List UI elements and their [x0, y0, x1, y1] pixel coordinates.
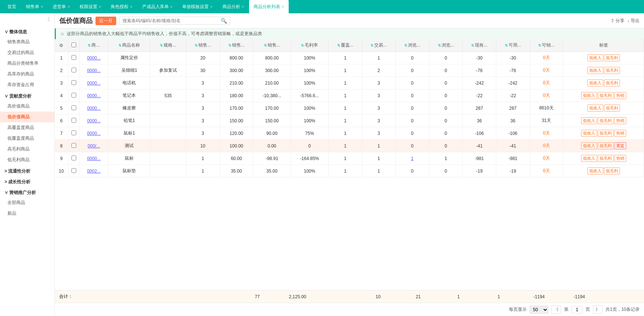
- row-stock2: -981: [496, 152, 530, 165]
- sidebar-group-liquidity[interactable]: > 流通性分析: [0, 165, 54, 176]
- row-checkbox[interactable]: [71, 168, 76, 173]
- row-checkbox[interactable]: [71, 105, 76, 110]
- row-view1[interactable]: 0: [396, 77, 429, 89]
- col-stock2-header[interactable]: ⇅可用...: [496, 39, 530, 52]
- sidebar-group-growth[interactable]: > 成长性分析: [0, 176, 54, 187]
- col-stock1-header[interactable]: ⇅现有...: [463, 39, 496, 52]
- sidebar-item-traded[interactable]: 交易过的商品: [0, 47, 54, 58]
- nav-close-sales-order[interactable]: ×: [41, 4, 43, 9]
- export-btn[interactable]: ↓ 导出: [627, 18, 640, 24]
- row-view1[interactable]: 0: [396, 140, 429, 152]
- row-checkbox[interactable]: [71, 80, 76, 85]
- nav-close-product-analysis-list[interactable]: ×: [282, 4, 284, 9]
- search-icon[interactable]: 🔍: [221, 18, 227, 24]
- sidebar-group-overall[interactable]: ∨ 整体信息: [0, 26, 54, 37]
- row-checkbox[interactable]: [71, 143, 76, 148]
- sidebar-item-stock-capital[interactable]: 库存资金占用: [0, 79, 54, 90]
- footer-empty4: [197, 294, 237, 299]
- row-checkbox[interactable]: [71, 68, 76, 72]
- row-view1[interactable]: 0: [396, 64, 429, 77]
- nav-sales-order[interactable]: 销售单 ×: [21, 0, 47, 13]
- sidebar-item-sales-category[interactable]: 销售类商品: [0, 37, 54, 47]
- nav-home[interactable]: 首页: [3, 0, 21, 13]
- sidebar-item-low-value[interactable]: 低价值商品: [0, 112, 54, 122]
- sidebar-item-high-stock[interactable]: 高库存的商品: [0, 69, 54, 79]
- row-view1[interactable]: 0: [396, 102, 429, 115]
- sidebar-item-high-margin[interactable]: 高毛利商品: [0, 144, 54, 154]
- filter-recent-month-btn[interactable]: 近一月: [95, 17, 116, 25]
- row-checkbox[interactable]: [71, 118, 76, 123]
- col-settings[interactable]: ⚙: [55, 39, 68, 52]
- nav-close-permission[interactable]: ×: [99, 4, 101, 9]
- col-stock3-header[interactable]: ⇅可销...: [530, 39, 563, 52]
- nav-product-inbound[interactable]: 产成品入库单 ×: [138, 0, 177, 13]
- product-tag: 低毛利: [598, 142, 614, 149]
- nav-close-product-inbound[interactable]: ×: [170, 4, 172, 9]
- nav-permission[interactable]: 权限设置 ×: [75, 0, 105, 13]
- prev-page-btn[interactable]: 《: [551, 305, 561, 314]
- row-checkbox[interactable]: [71, 130, 76, 135]
- row-checkbox[interactable]: [71, 93, 76, 98]
- sidebar-group-contribution[interactable]: ∨ 贡献度分析: [0, 90, 54, 101]
- col-sale3-header[interactable]: ⇅销售...: [253, 39, 291, 52]
- nav-template[interactable]: 单据模板设置 ×: [178, 0, 217, 13]
- col-sale2-header[interactable]: ⇅销售...: [219, 39, 253, 52]
- sidebar-collapse-btn[interactable]: 《: [43, 16, 52, 24]
- sidebar-item-new-products[interactable]: 新品: [0, 208, 54, 219]
- page-number-input[interactable]: [571, 306, 583, 313]
- col-name-header[interactable]: ⇅商品名称: [108, 39, 150, 52]
- row-code: 0000...: [79, 77, 108, 89]
- row-view1[interactable]: 1: [396, 152, 429, 165]
- col-cover-header[interactable]: ⇅覆盖...: [328, 39, 362, 52]
- row-sale3: 0.00: [253, 140, 291, 152]
- sidebar-item-high-coverage[interactable]: 高覆盖度商品: [0, 122, 54, 133]
- table-row: 4 0000... 笔记本 535 3 180.00 -10,380... -5…: [55, 89, 644, 102]
- col-view2-header[interactable]: ⇅浏览...: [429, 39, 463, 52]
- pagination: 每页显示 50 100 200 《 第 页 》 共1页，10条记录: [55, 303, 644, 316]
- nav-close-purchase[interactable]: ×: [67, 4, 70, 9]
- table-row: 9 0000... 鼠标 1 60.00 -98.91 -164.85% 1 1…: [55, 152, 644, 165]
- col-view1-header[interactable]: ⇅浏览...: [396, 39, 429, 52]
- sidebar-group-marketing[interactable]: ∨ 营销推广分析: [0, 187, 54, 197]
- col-code-header[interactable]: ⇅商...: [79, 39, 108, 52]
- sidebar-item-all-products[interactable]: 全部商品: [0, 197, 54, 208]
- nav-purchase[interactable]: 进货单 ×: [48, 0, 74, 13]
- footer-cells: 77 2,125.00 10 21 1 1 -1194 -1194: [76, 294, 640, 299]
- row-view1[interactable]: 0: [396, 165, 429, 177]
- content-area: 低价值商品 近一月 🔍 ⇧ 分享 ↓ 导出 ☆ 这部分商品的销售收入大幅低于商品…: [55, 13, 644, 316]
- nav-close-template[interactable]: ×: [210, 4, 212, 9]
- nav-product-analysis-list[interactable]: 商品分析列表 ×: [249, 0, 288, 13]
- row-sale2: 210.00: [219, 77, 253, 89]
- footer-sale1: 77: [237, 294, 278, 299]
- nav-close-role-auth[interactable]: ×: [130, 4, 132, 9]
- sidebar-item-low-coverage[interactable]: 低覆盖度商品: [0, 133, 54, 144]
- row-view2: 0: [429, 52, 463, 64]
- row-view1[interactable]: 0: [396, 89, 429, 102]
- sidebar-item-low-margin[interactable]: 低毛利商品: [0, 154, 54, 165]
- row-checkbox[interactable]: [71, 55, 76, 60]
- search-input[interactable]: [123, 18, 219, 23]
- nav-role-auth[interactable]: 角色授权 ×: [106, 0, 137, 13]
- nav-close-product-analysis[interactable]: ×: [242, 4, 244, 9]
- share-btn[interactable]: ⇧ 分享: [611, 18, 624, 24]
- sidebar-item-high-value[interactable]: 高价值商品: [0, 101, 54, 112]
- sidebar-item-category-sales-rate[interactable]: 商品分类销售率: [0, 58, 54, 69]
- select-all-checkbox[interactable]: [71, 43, 76, 47]
- table-row: 8 000/... 测试 10 100.00 0.00 0 1 1 0 0 -4…: [55, 140, 644, 152]
- col-trade-header[interactable]: ⇅交易...: [362, 39, 396, 52]
- col-spec-header[interactable]: ⇅规格...: [150, 39, 186, 52]
- row-sale1: 1: [186, 165, 220, 177]
- row-checkbox[interactable]: [71, 156, 76, 160]
- per-page-select[interactable]: 50 100 200: [530, 306, 549, 314]
- row-spec: [150, 52, 186, 64]
- row-code: 000/...: [79, 140, 108, 152]
- row-name: 橡皮擦: [108, 102, 150, 115]
- nav-product-analysis[interactable]: 商品分析 ×: [218, 0, 248, 13]
- row-view1[interactable]: 0: [396, 115, 429, 127]
- next-page-btn[interactable]: 》: [593, 305, 603, 314]
- col-profit-header[interactable]: ⇅毛利率: [291, 39, 328, 52]
- row-checkbox-cell: [68, 165, 79, 177]
- row-view1[interactable]: 0: [396, 52, 429, 64]
- col-sale1-header[interactable]: ⇅销售...: [186, 39, 220, 52]
- row-view1[interactable]: 0: [396, 127, 429, 140]
